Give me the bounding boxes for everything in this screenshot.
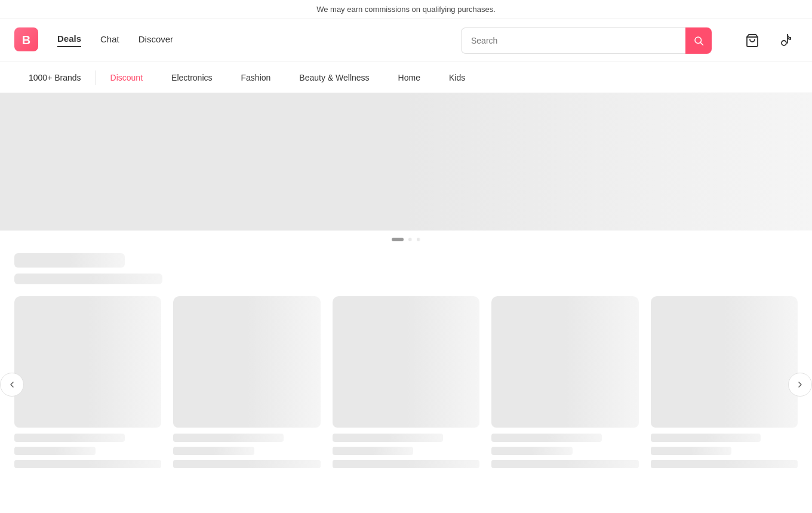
product-card[interactable] (14, 296, 161, 473)
product-image-skeleton (651, 296, 798, 428)
search-button[interactable] (685, 27, 712, 54)
product-title-skeleton (651, 434, 761, 442)
tiktok-button[interactable] (774, 29, 798, 53)
product-desc-skeleton (333, 460, 479, 468)
cat-home[interactable]: Home (384, 62, 435, 93)
product-title-skeleton (14, 434, 125, 442)
product-title-skeleton (491, 434, 602, 442)
svg-line-3 (700, 42, 703, 45)
product-image-skeleton (491, 296, 638, 428)
product-image-skeleton (173, 296, 320, 428)
product-image-skeleton (14, 296, 161, 428)
tiktok-icon (779, 33, 793, 48)
product-title-skeleton (333, 434, 443, 442)
nav-discover[interactable]: Discover (139, 34, 173, 47)
announcement-bar: We may earn commissions on qualifying pu… (0, 0, 812, 19)
logo[interactable]: B (14, 27, 38, 54)
cat-electronics[interactable]: Electronics (157, 62, 226, 93)
carousel-dot-1[interactable] (392, 238, 404, 241)
header: B Deals Chat Discover (0, 19, 812, 62)
product-desc-skeleton (14, 460, 161, 468)
header-icons (740, 29, 798, 53)
search-icon (693, 35, 704, 46)
hero-banner (0, 93, 812, 231)
product-title-skeleton (173, 434, 284, 442)
section-header (0, 248, 812, 287)
products-section (0, 287, 812, 483)
product-desc-skeleton (173, 460, 320, 468)
carousel-next-button[interactable] (788, 373, 812, 397)
category-nav: 1000+ Brands Discount Electronics Fashio… (0, 62, 812, 93)
products-grid (14, 296, 798, 473)
product-price-skeleton (333, 447, 414, 455)
product-card[interactable] (173, 296, 320, 473)
product-desc-skeleton (651, 460, 798, 468)
chevron-right-icon (795, 380, 805, 389)
nav-chat[interactable]: Chat (100, 34, 119, 47)
nav-deals[interactable]: Deals (57, 33, 81, 47)
carousel-dots (0, 231, 812, 248)
chevron-left-icon (7, 380, 17, 389)
product-desc-skeleton (491, 460, 638, 468)
carousel-prev-button[interactable] (0, 373, 24, 397)
cart-icon (745, 33, 759, 48)
cart-button[interactable] (740, 29, 764, 53)
product-card[interactable] (333, 296, 479, 473)
section-title-skeleton (14, 253, 125, 268)
product-price-skeleton (14, 447, 96, 455)
search-container (461, 27, 712, 54)
product-card[interactable] (651, 296, 798, 473)
carousel-dot-3[interactable] (417, 238, 420, 241)
product-price-skeleton (651, 447, 732, 455)
main-nav: Deals Chat Discover (57, 33, 173, 47)
cat-kids[interactable]: Kids (435, 62, 479, 93)
product-card[interactable] (491, 296, 638, 473)
section-subtitle-skeleton (14, 274, 162, 284)
cat-beauty[interactable]: Beauty & Wellness (285, 62, 383, 93)
cat-brands[interactable]: 1000+ Brands (14, 62, 96, 93)
search-input[interactable] (461, 27, 685, 54)
product-price-skeleton (491, 447, 573, 455)
carousel-dot-2[interactable] (408, 238, 412, 241)
product-image-skeleton (333, 296, 479, 428)
product-price-skeleton (173, 447, 254, 455)
svg-text:B: B (22, 33, 30, 46)
announcement-text: We may earn commissions on qualifying pu… (316, 5, 496, 14)
cat-discount[interactable]: Discount (96, 62, 157, 93)
cat-fashion[interactable]: Fashion (227, 62, 285, 93)
